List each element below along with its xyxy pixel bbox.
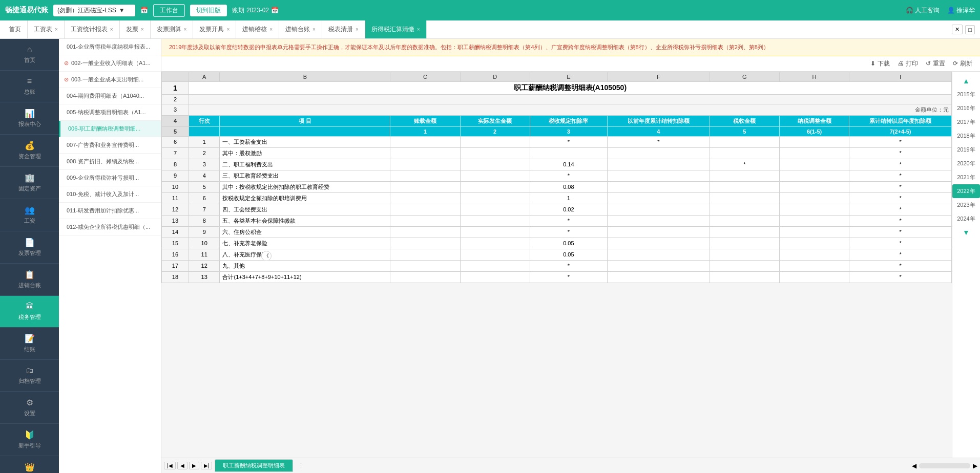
- sheet-options-icon[interactable]: ⋮: [298, 462, 304, 469]
- close-icon[interactable]: ×: [269, 27, 273, 32]
- sidebar-item-general-ledger[interactable]: ≡ 总账: [0, 71, 59, 102]
- top-right: 🎧 人工客询 👤 徐泽华: [906, 6, 975, 15]
- user-name: 徐泽华: [956, 6, 975, 15]
- user-info[interactable]: 👤 徐泽华: [947, 6, 975, 15]
- header-shuishou: 税收规定扣除率: [530, 115, 607, 126]
- header-shiji: 实际发生金额: [460, 115, 530, 126]
- left-panel-item-012[interactable]: 012-减免企业所得税优惠明细（...: [59, 219, 161, 235]
- reset-button[interactable]: ↺ 重置: [926, 59, 945, 68]
- left-panel-item-010[interactable]: 010-免税、减计收入及加计...: [59, 186, 161, 203]
- close-icon[interactable]: ×: [55, 27, 58, 32]
- sidebar-label-archive: 归档管理: [18, 377, 41, 385]
- tab-income-tax[interactable]: 所得税汇算清缴×: [365, 20, 427, 39]
- tab-invoice-issue[interactable]: 发票开具×: [193, 20, 236, 39]
- left-panel-item-003[interactable]: ⊘ 003-一般企业成本支出明细...: [59, 72, 161, 88]
- year-item-2016[interactable]: 2016年: [952, 101, 980, 115]
- right-arrow-icon[interactable]: ▶: [973, 462, 977, 469]
- tab-payroll[interactable]: 工资表×: [28, 20, 65, 39]
- tab-invoice[interactable]: 发票×: [120, 20, 151, 39]
- close-icon[interactable]: ×: [356, 27, 359, 32]
- close-icon[interactable]: ×: [417, 27, 420, 32]
- spreadsheet-wrapper[interactable]: A B C D E F G H I: [161, 72, 952, 458]
- archive-icon: 🗂: [26, 366, 34, 375]
- collapse-left-panel-button[interactable]: 《: [261, 251, 272, 261]
- close-icon[interactable]: ×: [312, 27, 316, 32]
- col-b-header: B: [220, 72, 390, 81]
- sheet-tab-main[interactable]: 职工薪酬纳税调整明细表: [215, 459, 293, 472]
- left-panel-item-007[interactable]: 007-广告费和业务宣传费明...: [59, 137, 161, 154]
- maximize-tab-button[interactable]: □: [965, 25, 975, 34]
- workbench-button[interactable]: 工作台: [153, 4, 185, 17]
- tab-tax-list[interactable]: 税表清册×: [322, 20, 365, 39]
- sidebar-item-member[interactable]: 👑 畅会员: [0, 456, 59, 473]
- sheet-nav-prev-button[interactable]: ◀: [177, 462, 187, 469]
- sidebar-item-asset-mgmt[interactable]: 💰 资金管理: [0, 135, 59, 167]
- left-panel-item-008[interactable]: 008-资产折旧、摊销及纳税...: [59, 154, 161, 170]
- year-item-2022[interactable]: 2022年: [952, 184, 980, 198]
- year-item-2024[interactable]: 2024年: [952, 212, 980, 226]
- tab-sales-audit[interactable]: 进销稽核×: [236, 20, 279, 39]
- sidebar-item-payroll[interactable]: 👥 工资: [0, 199, 59, 231]
- year-nav-up-button[interactable]: ▲: [960, 74, 972, 88]
- year-item-2021[interactable]: 2021年: [952, 170, 980, 184]
- left-panel-item-005[interactable]: 005-纳税调整项目明细表（A1...: [59, 104, 161, 121]
- sidebar-label-payroll: 工资: [24, 217, 35, 225]
- subheader-7: 7(2+4-5): [849, 126, 952, 136]
- toolbar: ⬇ 下载 🖨 打印 ↺ 重置 ⟳ 刷新: [161, 56, 980, 72]
- sheet-nav-first-button[interactable]: |◀: [164, 462, 176, 469]
- year-item-2020[interactable]: 2020年: [952, 157, 980, 170]
- close-icon[interactable]: ×: [110, 27, 113, 32]
- company-name: (勿删）江西磁宝-LSS: [57, 6, 116, 15]
- left-panel-item-011[interactable]: 011-研发费用加计扣除优惠...: [59, 203, 161, 219]
- left-panel-item-004[interactable]: 004-期间费用明细表（A1040...: [59, 88, 161, 104]
- tab-invoice-calc[interactable]: 发票测算×: [151, 20, 194, 39]
- year-nav-down-button[interactable]: ▼: [960, 226, 972, 239]
- download-button[interactable]: ⬇ 下载: [870, 59, 890, 68]
- year-item-2015[interactable]: 2015年: [952, 88, 980, 101]
- sidebar-item-settlement[interactable]: 📝 结账: [0, 328, 59, 360]
- sidebar-item-settings[interactable]: ⚙ 设置: [0, 392, 59, 424]
- settlement-icon: 📝: [25, 334, 35, 343]
- year-item-2023[interactable]: 2023年: [952, 198, 980, 212]
- sidebar-item-report-center[interactable]: 📊 报表中心: [0, 102, 59, 135]
- sheet-nav-next-button[interactable]: ▶: [189, 462, 199, 469]
- left-arrow-icon[interactable]: ◀: [912, 462, 916, 469]
- close-icon[interactable]: ×: [184, 27, 187, 32]
- sidebar-item-archive[interactable]: 🗂 归档管理: [0, 360, 59, 392]
- sidebar-item-new-guide[interactable]: 🔰 新手引导: [0, 424, 59, 456]
- payroll-icon: 👥: [25, 205, 35, 215]
- refresh-button[interactable]: ⟳ 刷新: [953, 59, 972, 68]
- year-item-2019[interactable]: 2019年: [952, 143, 980, 157]
- close-icon[interactable]: ×: [141, 27, 144, 32]
- year-item-2017[interactable]: 2017年: [952, 115, 980, 129]
- close-tab-button[interactable]: ✕: [952, 25, 963, 34]
- print-button[interactable]: 🖨 打印: [898, 59, 918, 68]
- old-version-button[interactable]: 切到旧版: [190, 5, 227, 16]
- sidebar-item-fixed-assets[interactable]: 🏢 固定资产: [0, 167, 59, 199]
- horizontal-scrollbar[interactable]: [919, 463, 970, 468]
- tab-payroll-stats[interactable]: 工资统计报表×: [65, 20, 120, 39]
- item-label-005: 005-纳税调整项目明细表（A1...: [67, 109, 146, 116]
- sidebar-item-tax-mgmt[interactable]: 🏛 税务管理: [0, 296, 59, 328]
- subheader-2: 2: [460, 126, 530, 136]
- year-item-2018[interactable]: 2018年: [952, 129, 980, 143]
- sidebar-item-invoice-mgmt[interactable]: 📄 发票管理: [0, 231, 59, 264]
- left-panel-item-001[interactable]: 001-企业所得税年度纳税申报表...: [59, 39, 161, 55]
- item-icon-002: ⊘: [64, 60, 69, 67]
- spreadsheet-title: 职工薪酬纳税调整明细表(A105050): [189, 81, 951, 94]
- tab-home[interactable]: 首页: [3, 20, 28, 39]
- tab-sales-ledger[interactable]: 进销台账×: [279, 20, 322, 39]
- company-selector[interactable]: (勿删）江西磁宝-LSS ▼: [53, 5, 135, 16]
- item-label-010: 010-免税、减计收入及加计...: [67, 190, 139, 198]
- close-icon[interactable]: ×: [226, 27, 230, 32]
- spreadsheet: A B C D E F G H I: [161, 72, 952, 283]
- left-panel-item-002[interactable]: ⊘ 002-一般企业收入明细表（A1...: [59, 55, 161, 72]
- sidebar-item-sales-ledger[interactable]: 📋 进销台账: [0, 264, 59, 296]
- left-panel-item-006[interactable]: 006-职工薪酬纳税调整明细...: [59, 121, 161, 137]
- left-panel-item-009[interactable]: 009-企业所得税弥补亏损明...: [59, 170, 161, 186]
- sidebar-item-home[interactable]: ⌂ 首页: [0, 39, 59, 71]
- customer-service-btn[interactable]: 🎧 人工客询: [906, 6, 940, 15]
- col-h-header: H: [779, 72, 849, 81]
- top-header: 畅捷通易代账 (勿删）江西磁宝-LSS ▼ 📅 工作台 切到旧版 账期 2023…: [0, 0, 980, 20]
- sheet-nav-last-button[interactable]: ▶|: [201, 462, 213, 469]
